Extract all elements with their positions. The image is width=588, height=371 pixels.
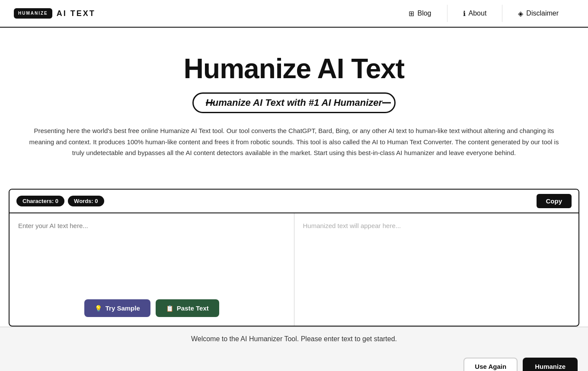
info-icon: [463, 10, 466, 18]
lightbulb-icon: [95, 304, 102, 312]
hero-subtitle: Humanize AI Text with #1 AI Humanizer: [206, 97, 382, 108]
tool-header: Characters: 0 Words: 0 Copy: [10, 190, 578, 213]
tool-header-left: Characters: 0 Words: 0: [16, 196, 104, 206]
characters-badge: Characters: 0: [16, 196, 64, 206]
tool-left-actions: Try Sample Paste Text: [10, 294, 294, 326]
welcome-message: Welcome to the AI Humanizer Tool. Please…: [191, 335, 397, 342]
try-sample-button[interactable]: Try Sample: [84, 299, 150, 317]
logo-top-text: HUMANIZE: [18, 11, 48, 16]
tool-container: Characters: 0 Words: 0 Copy Try Sample P…: [9, 189, 579, 327]
tool-columns: Try Sample Paste Text Humanized text wil…: [10, 213, 578, 326]
nav-disclaimer-label: Disclaimer: [526, 10, 559, 17]
humanize-button[interactable]: Humanize: [523, 358, 578, 371]
nav-disclaimer[interactable]: Disclaimer: [502, 5, 574, 22]
clipboard-icon: [166, 304, 173, 312]
paste-text-label: Paste Text: [177, 304, 209, 312]
try-sample-label: Try Sample: [105, 304, 140, 312]
words-badge: Words: 0: [68, 196, 104, 206]
use-again-button[interactable]: Use Again: [463, 358, 518, 371]
bottom-bar: Use Again Humanize: [0, 351, 588, 371]
tool-output-pane: Humanized text will appear here...: [294, 213, 579, 326]
nav-blog-label: Blog: [417, 10, 431, 17]
welcome-bar: Welcome to the AI Humanizer Tool. Please…: [0, 327, 588, 351]
hero-subtitle-wrapper: Humanize AI Text with #1 AI Humanizer: [192, 92, 396, 113]
grid-icon: [409, 10, 414, 18]
navbar: HUMANIZE AI TEXT Blog About Disclaimer: [0, 0, 588, 28]
output-placeholder-text: Humanized text will appear here...: [294, 213, 579, 238]
hero-section: Humanize AI Text Humanize AI Text with #…: [0, 28, 588, 189]
nav-blog[interactable]: Blog: [393, 5, 447, 22]
nav-about-label: About: [469, 10, 487, 17]
diamond-icon: [518, 10, 523, 18]
hero-title: Humanize AI Text: [9, 54, 579, 84]
copy-button[interactable]: Copy: [537, 194, 572, 208]
nav-links: Blog About Disclaimer: [393, 5, 574, 22]
ai-text-input[interactable]: [10, 213, 294, 294]
hero-description: Presenting here the world's best free on…: [17, 125, 571, 159]
paste-text-button[interactable]: Paste Text: [156, 299, 219, 317]
logo[interactable]: HUMANIZE AI TEXT: [14, 8, 96, 19]
nav-about[interactable]: About: [447, 5, 502, 22]
logo-box: HUMANIZE: [14, 8, 52, 19]
tool-input-pane: Try Sample Paste Text: [10, 213, 294, 326]
logo-side-text: AI TEXT: [57, 9, 96, 18]
